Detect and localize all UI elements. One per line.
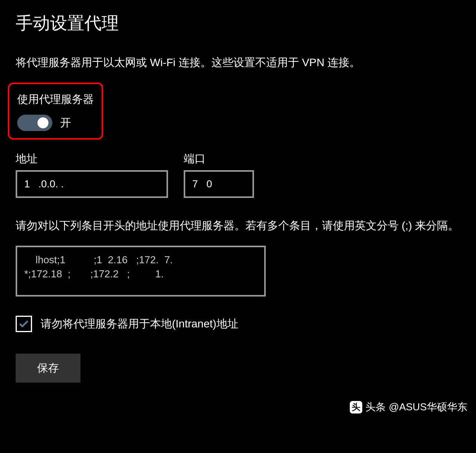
toggle-knob: [38, 117, 48, 128]
section-description: 将代理服务器用于以太网或 Wi-Fi 连接。这些设置不适用于 VPN 连接。: [16, 54, 460, 71]
watermark-handle: @ASUS华硕华东: [389, 400, 467, 414]
exceptions-textarea[interactable]: lhost;1 ;1 2.16 ;172. 7. *;172.18 ; ;172…: [16, 246, 266, 297]
proxy-toggle-highlight: 使用代理服务器 开: [8, 83, 103, 140]
proxy-toggle-switch[interactable]: [17, 115, 52, 131]
proxy-toggle-label: 使用代理服务器: [17, 92, 94, 107]
section-title: 手动设置代理: [16, 12, 460, 35]
watermark: 头 头条 @ASUS华硕华东: [350, 400, 467, 414]
save-button[interactable]: 保存: [16, 354, 81, 383]
proxy-toggle-state: 开: [60, 115, 71, 130]
address-label: 地址: [16, 151, 168, 166]
watermark-prefix: 头条: [365, 400, 386, 414]
exceptions-description: 请勿对以下列条目开头的地址使用代理服务器。若有多个条目，请使用英文分号 (;) …: [16, 218, 460, 234]
bypass-local-label: 请勿将代理服务器用于本地(Intranet)地址: [41, 316, 238, 331]
bypass-local-checkbox[interactable]: [16, 316, 32, 332]
address-input[interactable]: [16, 170, 168, 198]
checkmark-icon: [18, 318, 30, 330]
watermark-icon: 头: [350, 401, 362, 413]
port-label: 端口: [184, 151, 254, 166]
port-input[interactable]: [184, 170, 254, 198]
